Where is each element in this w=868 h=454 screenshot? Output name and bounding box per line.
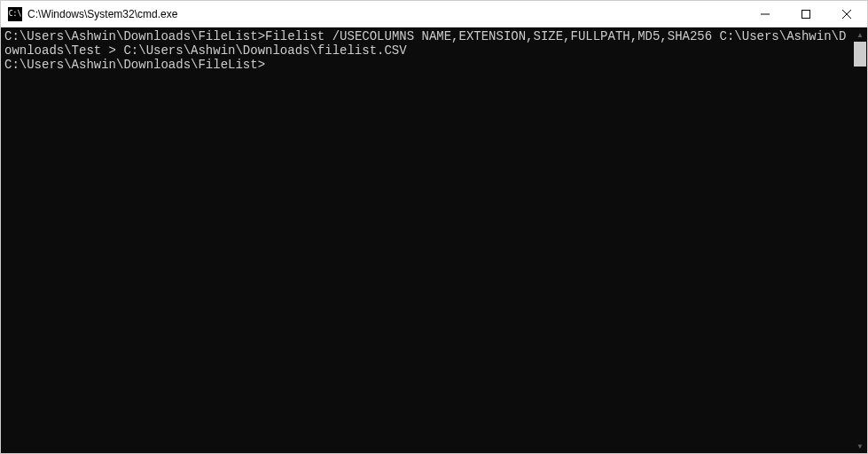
maximize-icon xyxy=(802,10,810,19)
titlebar[interactable]: C:\ C:\Windows\System32\cmd.exe xyxy=(1,1,867,27)
close-icon xyxy=(842,10,851,19)
prompt: C:\Users\Ashwin\Downloads\FileList> xyxy=(4,29,265,43)
close-button[interactable] xyxy=(826,1,867,27)
scrollbar-track[interactable] xyxy=(853,42,867,439)
scrollbar-up-arrow-icon[interactable]: ▲ xyxy=(853,27,867,42)
cmd-window: C:\ C:\Windows\System32\cmd.exe C:\U xyxy=(0,0,868,454)
prompt: C:\Users\Ashwin\Downloads\FileList> xyxy=(4,58,265,72)
vertical-scrollbar[interactable]: ▲ ▼ xyxy=(853,27,867,453)
maximize-button[interactable] xyxy=(786,1,826,27)
window-title: C:\Windows\System32\cmd.exe xyxy=(27,8,745,20)
scrollbar-thumb[interactable] xyxy=(854,42,866,67)
terminal-line: C:\Users\Ashwin\Downloads\FileList>Filel… xyxy=(4,29,853,58)
cmd-icon: C:\ xyxy=(8,7,22,21)
scrollbar-down-arrow-icon[interactable]: ▼ xyxy=(853,439,867,453)
svg-rect-1 xyxy=(802,10,810,18)
window-controls xyxy=(745,1,867,27)
cursor xyxy=(265,59,272,72)
terminal-line: C:\Users\Ashwin\Downloads\FileList> xyxy=(4,58,853,72)
minimize-icon xyxy=(761,10,770,19)
terminal-container: C:\Users\Ashwin\Downloads\FileList>Filel… xyxy=(1,27,867,453)
terminal-output[interactable]: C:\Users\Ashwin\Downloads\FileList>Filel… xyxy=(1,27,853,453)
minimize-button[interactable] xyxy=(745,1,786,27)
